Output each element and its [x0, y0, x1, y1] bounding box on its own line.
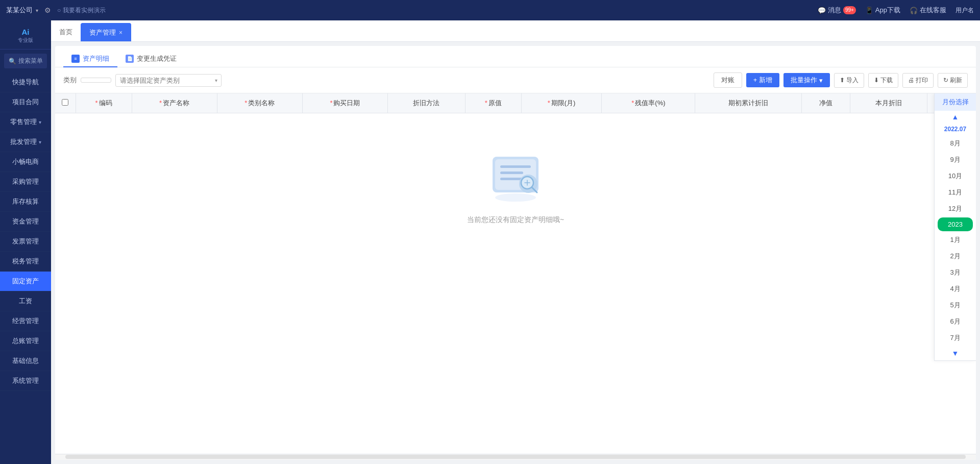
refresh-button[interactable]: ↻ 刷新	[938, 73, 968, 88]
download-icon: ⬇	[874, 77, 879, 84]
sidebar-item-nav-label: 快捷导航	[12, 78, 39, 87]
sidebar-item-ecommerce[interactable]: 小畅电商	[0, 152, 51, 172]
online-service-button[interactable]: 🎧 在线客服	[910, 6, 946, 15]
sidebar-search-area: 🔍 搜索菜单	[0, 50, 51, 72]
messages-button[interactable]: 💬 消息 99+	[818, 6, 856, 15]
month-item-8[interactable]: 8月	[938, 136, 973, 151]
month-picker-header: 月份选择	[935, 93, 976, 111]
sub-tab-change-voucher[interactable]: 📄 变更生成凭证	[117, 51, 185, 67]
month-item-2023[interactable]: 2023	[938, 217, 973, 231]
refresh-icon: ↻	[943, 77, 948, 84]
empty-illustration	[480, 144, 551, 205]
empty-text: 当前您还没有固定资产明细哦~	[467, 215, 564, 225]
sidebar-item-invoice-mgmt[interactable]: 发票管理	[0, 232, 51, 252]
expand-icon: ▾	[39, 139, 41, 145]
th-monthly-depreciation: 本月折旧	[850, 93, 927, 113]
company-selector[interactable]: 某某公司 ▾	[6, 6, 38, 15]
sidebar-item-capital-mgmt[interactable]: 资金管理	[0, 212, 51, 232]
th-accumulated-depreciation: 期初累计折旧	[695, 93, 802, 113]
sidebar-item-retail-mgmt[interactable]: 零售管理 ▾	[0, 112, 51, 132]
sub-tab-label: 资产明细	[83, 54, 109, 63]
month-item-current-label[interactable]: 2022.07	[938, 124, 973, 135]
batch-label: 批量操作	[791, 76, 817, 85]
horizontal-scrollbar[interactable]	[65, 455, 966, 459]
month-item-12[interactable]: 12月	[938, 201, 973, 216]
tab-close-button[interactable]: ×	[119, 29, 122, 36]
tab-home-label: 首页	[59, 28, 72, 37]
sidebar-item-basic-info[interactable]: 基础信息	[0, 351, 51, 371]
category-select[interactable]	[81, 78, 111, 83]
sidebar: Ai 专业版 🔍 搜索菜单 快捷导航 项目合同 零售管理 ▾ 批发管理 ▾ 小畅…	[0, 20, 51, 464]
filter-label: 类别	[63, 76, 77, 85]
svg-point-0	[495, 193, 536, 202]
month-item-3[interactable]: 3月	[938, 265, 973, 280]
month-item-5[interactable]: 5月	[938, 298, 973, 313]
sidebar-item-salary[interactable]: 工资	[0, 291, 51, 311]
sidebar-item-purchase-mgmt[interactable]: 采购管理	[0, 172, 51, 192]
tab-asset-management[interactable]: 资产管理 ×	[81, 23, 131, 41]
input-arrow-icon: ▾	[215, 78, 217, 83]
select-all-checkbox[interactable]	[62, 99, 68, 106]
print-button[interactable]: 🖨 打印	[902, 73, 934, 88]
sidebar-item-label: 基础信息	[12, 356, 39, 365]
month-item-2[interactable]: 2月	[938, 249, 973, 264]
month-item-10[interactable]: 10月	[938, 168, 973, 184]
sidebar-item-label: 税务管理	[12, 257, 39, 266]
sidebar-item-operations-mgmt[interactable]: 经营管理	[0, 311, 51, 331]
sidebar-item-tax-mgmt[interactable]: 税务管理	[0, 252, 51, 272]
month-picker-nav-up: ▲	[935, 111, 976, 123]
tab-home[interactable]: 首页	[51, 23, 81, 41]
asset-category-input[interactable]	[115, 74, 222, 87]
app-icon: 📱	[865, 7, 873, 14]
sidebar-item-inventory[interactable]: 库存核算	[0, 192, 51, 212]
sidebar-item-label: 经营管理	[12, 316, 39, 326]
message-icon: 💬	[818, 7, 826, 14]
user-name[interactable]: 用户名	[955, 6, 974, 15]
th-residual-rate: *残值率(%)	[602, 93, 695, 113]
settings-icon[interactable]: ⚙	[44, 6, 51, 14]
month-item-9[interactable]: 9月	[938, 152, 973, 167]
month-item-6[interactable]: 6月	[938, 314, 973, 329]
month-item-11[interactable]: 11月	[938, 185, 973, 200]
sidebar-item-fixed-assets[interactable]: 固定资产	[0, 272, 51, 291]
sidebar-item-system-mgmt[interactable]: 系统管理	[0, 371, 51, 391]
import-button[interactable]: ⬆ 导入	[834, 73, 864, 88]
sidebar-item-label: 零售管理	[10, 117, 37, 127]
sidebar-item-label: 总账管理	[12, 336, 39, 346]
download-button[interactable]: ⬇ 下载	[868, 73, 898, 88]
duizhang-button[interactable]: 对账	[714, 72, 742, 88]
sidebar-item-label: 资金管理	[12, 217, 39, 226]
app-download-button[interactable]: 📱 App下载	[865, 6, 900, 15]
sidebar-item-nav[interactable]: 快捷导航	[0, 72, 51, 92]
sidebar-item-general-ledger[interactable]: 总账管理	[0, 331, 51, 351]
search-menu-button[interactable]: 🔍 搜索菜单	[4, 54, 47, 68]
th-name: *资产名称	[132, 93, 217, 113]
add-button[interactable]: + 新增	[746, 73, 779, 87]
top-bar-right: 💬 消息 99+ 📱 App下载 🎧 在线客服 用户名	[818, 6, 974, 15]
main-layout: Ai 专业版 🔍 搜索菜单 快捷导航 项目合同 零售管理 ▾ 批发管理 ▾ 小畅…	[0, 20, 980, 464]
download-label: 下载	[880, 76, 893, 85]
month-picker-panel: 月份选择 ▲ 2022.07 8月 9月 10月 11月 12月	[934, 93, 976, 361]
month-item-7[interactable]: 7月	[938, 330, 973, 346]
import-label: 导入	[846, 76, 859, 85]
month-item-4[interactable]: 4月	[938, 281, 973, 297]
month-prev-button[interactable]: ▲	[952, 113, 959, 121]
messages-label: 消息	[828, 6, 841, 15]
sub-tab-asset-detail[interactable]: ≡ 资产明细	[63, 51, 117, 67]
month-list: 2022.07 8月 9月 10月 11月 12月 2023 1月 2月 3月 …	[935, 123, 976, 346]
top-bar: 某某公司 ▾ ⚙ 我要看实例演示 💬 消息 99+ 📱 App下载 🎧 在线客服…	[0, 0, 980, 20]
batch-operation-button[interactable]: 批量操作 ▾	[783, 73, 830, 87]
sidebar-item-project-contract[interactable]: 项目合同	[0, 92, 51, 112]
list-icon: ≡	[71, 55, 80, 63]
month-item-1[interactable]: 1月	[938, 232, 973, 248]
logo-text: Ai	[4, 28, 47, 37]
tab-bar: 首页 资产管理 ×	[51, 20, 980, 42]
sidebar-item-wholesale-mgmt[interactable]: 批发管理 ▾	[0, 132, 51, 152]
search-icon: 🔍	[9, 58, 16, 65]
svg-rect-3	[500, 165, 531, 168]
demo-link[interactable]: 我要看实例演示	[57, 6, 106, 15]
th-net-value: 净值	[802, 93, 850, 113]
print-icon: 🖨	[908, 77, 914, 84]
month-next-button[interactable]: ▼	[952, 349, 959, 357]
expand-icon: ▾	[39, 119, 41, 125]
